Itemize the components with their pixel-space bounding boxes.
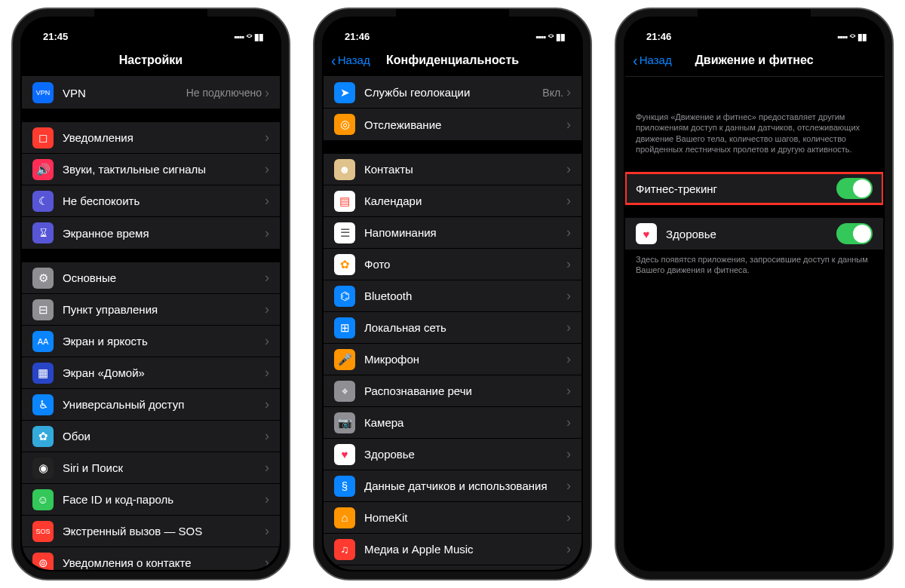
row-label: Bluetooth [364, 289, 566, 302]
faceid-icon: ☺︎ [32, 489, 54, 510]
reminders-icon: ☰ [334, 222, 355, 243]
signal-icon: ▪▪▪▪ [234, 32, 244, 42]
chevron-right-icon: › [265, 555, 269, 570]
settings-row[interactable]: 📷Камера› [324, 407, 581, 439]
localnet-icon: ⊞ [334, 317, 355, 338]
settings-row[interactable]: ☰Напоминания› [324, 217, 581, 249]
chevron-right-icon: › [566, 84, 571, 100]
chevron-right-icon: › [265, 460, 269, 476]
row-label: Основные [63, 271, 265, 284]
row-label: Данные датчиков и использования [364, 479, 566, 492]
row-label: Фото [364, 258, 566, 271]
chevron-right-icon: › [566, 541, 571, 557]
row-label: Face ID и код-пароль [63, 493, 265, 506]
chevron-left-icon: ‹ [331, 53, 336, 68]
settings-row[interactable]: ⌬Bluetooth› [324, 280, 581, 312]
fitness-tracking-row[interactable]: Фитнес-трекинг [625, 173, 883, 204]
back-button[interactable]: ‹ Назад [331, 53, 370, 68]
chevron-left-icon: ‹ [633, 53, 638, 68]
speech-icon: ⌖ [334, 381, 355, 402]
location-icon: ➤ [334, 82, 355, 103]
settings-row[interactable]: ⚙︎Основные› [22, 262, 280, 294]
wifi-icon: ⌔ [548, 32, 553, 42]
settings-row[interactable]: §Данные датчиков и использования› [324, 470, 581, 502]
status-time: 21:46 [345, 31, 370, 42]
home-screen-icon: ▦ [32, 363, 54, 384]
row-label: Календари [364, 194, 566, 207]
chevron-right-icon: › [265, 85, 269, 101]
settings-row[interactable]: ☺︎Face ID и код-пароль› [22, 484, 280, 516]
screen-2: 21:46 ▪▪▪▪ ⌔ ▮▮ ‹ Назад Конфиденциальнос… [324, 18, 581, 570]
screentime-icon: ⌛︎ [32, 222, 54, 243]
settings-row[interactable]: ▦Экран «Домой»› [22, 357, 280, 389]
row-label: Медиа и Apple Music [364, 543, 566, 556]
health-label: Здоровье [666, 228, 836, 240]
navbar-3: ‹ Назад Движение и фитнес [625, 44, 883, 77]
settings-row[interactable]: ➤Службы геолокацииВкл.› [324, 77, 581, 109]
health-toggle[interactable] [836, 223, 873, 244]
chevron-right-icon: › [265, 397, 269, 412]
settings-row[interactable]: ⊚Уведомления о контакте› [22, 547, 280, 570]
back-button[interactable]: ‹ Назад [633, 53, 672, 68]
settings-row[interactable]: ⌂HomeKit› [324, 502, 581, 534]
settings-row[interactable]: ⊞Локальная сеть› [324, 312, 581, 344]
privacy-list[interactable]: ➤Службы геолокацииВкл.›◎Отслеживание›☻Ко… [324, 77, 581, 570]
contacts-icon: ☻ [334, 159, 355, 180]
settings-row[interactable]: ♫Медиа и Apple Music› [324, 534, 581, 565]
settings-row[interactable]: 🎤Микрофон› [324, 344, 581, 375]
settings-row[interactable]: SOSЭкстренный вызов — SOS› [22, 516, 280, 547]
health-icon: ♥︎ [334, 444, 355, 465]
fitness-tracking-toggle[interactable] [836, 178, 873, 199]
phone-3: 21:46 ▪▪▪▪ ⌔ ▮▮ ‹ Назад Движение и фитне… [615, 8, 894, 580]
settings-row[interactable]: ▤Календари› [324, 185, 581, 217]
settings-group: ➤Службы геолокацииВкл.›◎Отслеживание› [324, 77, 581, 140]
notch [94, 9, 207, 30]
row-label: HomeKit [364, 511, 566, 524]
fitness-tracking-label: Фитнес-трекинг [636, 182, 836, 195]
settings-row[interactable]: ◉Siri и Поиск› [22, 452, 280, 484]
settings-row[interactable]: 🗀Файлы и папки› [324, 565, 581, 570]
chevron-right-icon: › [265, 130, 269, 145]
settings-row[interactable]: ⌖Распознавание речи› [324, 375, 581, 407]
settings-row[interactable]: ♥︎Здоровье› [324, 439, 581, 470]
phone-2: 21:46 ▪▪▪▪ ⌔ ▮▮ ‹ Назад Конфиденциальнос… [313, 8, 592, 580]
row-label: Локальная сеть [364, 321, 566, 334]
battery-icon: ▮▮ [254, 32, 263, 42]
health-row[interactable]: ♥︎ Здоровье [625, 218, 883, 250]
display-icon: AA [32, 331, 54, 352]
settings-row[interactable]: VPNVPNНе подключено› [22, 77, 280, 109]
settings-row[interactable]: ♿︎Универсальный доступ› [22, 389, 280, 421]
chevron-right-icon: › [265, 161, 269, 177]
intro-text: Функция «Движение и фитнес» предоставляе… [625, 107, 883, 159]
row-label: Siri и Поиск [63, 461, 265, 474]
settings-row[interactable]: ✿Фото› [324, 249, 581, 280]
settings-row[interactable]: ◻︎Уведомления› [22, 122, 280, 154]
row-label: Уведомления о контакте [63, 556, 265, 569]
row-label: Не беспокоить [63, 194, 265, 207]
settings-row[interactable]: AAЭкран и яркость› [22, 326, 280, 357]
screen-3: 21:46 ▪▪▪▪ ⌔ ▮▮ ‹ Назад Движение и фитне… [625, 18, 883, 570]
homekit-icon: ⌂ [334, 507, 355, 528]
chevron-right-icon: › [265, 523, 269, 539]
settings-row[interactable]: ⊟Пункт управления› [22, 294, 280, 326]
settings-row[interactable]: ◎Отслеживание› [324, 109, 581, 140]
accessibility-icon: ♿︎ [32, 394, 54, 415]
settings-group: ⚙︎Основные›⊟Пункт управления›AAЭкран и я… [22, 262, 280, 570]
settings-row[interactable]: ✿Обои› [22, 421, 280, 452]
row-label: Камера [364, 416, 566, 429]
settings-row[interactable]: ⌛︎Экранное время› [22, 217, 280, 249]
row-label: Здоровье [364, 448, 566, 461]
photos-icon: ✿ [334, 254, 355, 275]
row-label: Уведомления [63, 131, 265, 144]
settings-row[interactable]: ☾Не беспокоить› [22, 185, 280, 217]
page-title: Настройки [119, 54, 183, 67]
row-label: Микрофон [364, 353, 566, 366]
settings-row[interactable]: 🔊Звуки, тактильные сигналы› [22, 154, 280, 185]
settings-list[interactable]: VPNVPNНе подключено›◻︎Уведомления›🔊Звуки… [22, 77, 280, 570]
wifi-icon: ⌔ [850, 32, 854, 42]
settings-row[interactable]: ☻Контакты› [324, 154, 581, 185]
chevron-right-icon: › [566, 415, 571, 430]
row-detail: Вкл. [542, 87, 563, 99]
chevron-right-icon: › [566, 256, 571, 272]
health-icon: ♥︎ [636, 223, 657, 244]
